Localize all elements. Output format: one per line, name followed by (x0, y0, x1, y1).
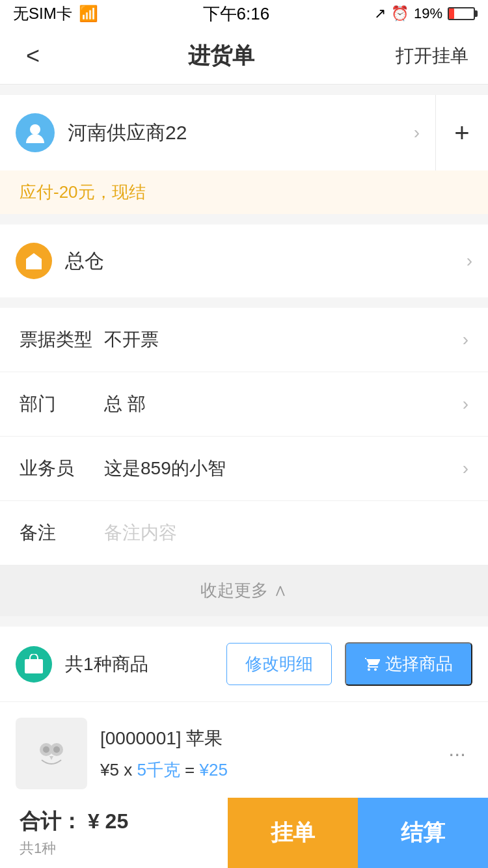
product-qty: 5千克 (137, 760, 180, 780)
svg-point-0 (30, 124, 40, 135)
checkout-button[interactable]: 结算 (358, 798, 488, 868)
back-button[interactable]: < (20, 36, 46, 76)
carrier-label: 无SIM卡 (13, 3, 72, 24)
form-section: 票据类型 不开票 › 部门 总 部 › 业务员 这是859的小智 › 备注 备注… (0, 308, 488, 565)
wifi-icon: 📶 (79, 5, 98, 23)
warehouse-chevron-icon: › (467, 251, 472, 271)
svg-marker-7 (49, 756, 53, 760)
select-product-label: 选择商品 (385, 653, 453, 675)
remark-placeholder[interactable]: 备注内容 (104, 521, 468, 545)
page-title: 进货单 (188, 41, 254, 71)
add-supplier-button[interactable]: + (436, 95, 488, 170)
product-item: [0000001] 苹果 ¥5 x 5千克 = ¥25 ··· (0, 701, 488, 805)
product-count-icon (16, 646, 52, 683)
salesperson-label: 业务员 (20, 456, 104, 481)
footer-bar: 合计： ¥ 25 共1种 挂单 结算 (0, 798, 488, 868)
status-time: 下午6:16 (203, 3, 270, 25)
chevron-right-icon: › (414, 122, 420, 143)
product-total: ¥25 (200, 760, 228, 780)
supplier-selector[interactable]: 河南供应商22 › (0, 95, 436, 170)
remark-row[interactable]: 备注 备注内容 (0, 501, 488, 565)
invoice-type-label: 票据类型 (20, 327, 104, 352)
department-row[interactable]: 部门 总 部 › (0, 372, 488, 437)
product-unit-price: ¥5 x (100, 760, 137, 780)
product-image (32, 734, 71, 773)
svg-point-6 (53, 746, 60, 753)
status-right: ↗ ⏰ 19% (374, 5, 475, 22)
warehouse-name: 总仓 (65, 248, 467, 275)
product-thumbnail (16, 718, 87, 789)
svg-point-5 (43, 746, 49, 753)
svg-rect-1 (31, 263, 37, 269)
remark-label: 备注 (20, 521, 104, 545)
edit-detail-button[interactable]: 修改明细 (226, 643, 332, 685)
select-product-button[interactable]: 选择商品 (345, 642, 472, 686)
product-name: [0000001] 苹果 (100, 726, 429, 751)
product-equals: = (185, 760, 199, 780)
hang-button[interactable]: 挂单 (228, 798, 358, 868)
department-label: 部门 (20, 392, 104, 416)
warehouse-icon (16, 243, 52, 279)
total-amount: ¥ 25 (88, 809, 128, 833)
collapse-bar[interactable]: 收起更多 ∧ (0, 565, 488, 616)
salesperson-row[interactable]: 业务员 这是859的小智 › (0, 437, 488, 501)
supplier-section: 河南供应商22 › + (0, 95, 488, 170)
warehouse-section[interactable]: 总仓 › (0, 224, 488, 297)
status-left: 无SIM卡 📶 (13, 3, 98, 24)
supplier-avatar (16, 113, 55, 152)
status-bar: 无SIM卡 📶 下午6:16 ↗ ⏰ 19% (0, 0, 488, 27)
product-count-text: 共1种商品 (65, 652, 213, 677)
footer-total-count: 共1种 (20, 839, 208, 858)
department-value: 总 部 (104, 392, 463, 416)
supplier-name: 河南供应商22 (68, 120, 414, 146)
department-chevron: › (463, 394, 468, 414)
total-label: 合计： (20, 809, 82, 833)
salesperson-chevron: › (463, 458, 468, 479)
invoice-type-value: 不开票 (104, 327, 463, 352)
footer-total-amount: 合计： ¥ 25 (20, 807, 208, 836)
footer-total: 合计： ¥ 25 共1种 (0, 807, 228, 858)
invoice-type-row[interactable]: 票据类型 不开票 › (0, 308, 488, 372)
alarm-icon: ⏰ (391, 5, 409, 22)
products-header: 共1种商品 修改明细 选择商品 (0, 627, 488, 701)
invoice-type-chevron: › (463, 329, 468, 350)
salesperson-value: 这是859的小智 (104, 456, 463, 481)
cart-icon (364, 657, 380, 672)
notice-bar: 应付-20元，现结 (0, 170, 488, 214)
battery-icon (448, 7, 475, 20)
product-price: ¥5 x 5千克 = ¥25 (100, 759, 429, 781)
battery-label: 19% (414, 5, 442, 22)
svg-rect-2 (25, 659, 43, 673)
open-hang-button[interactable]: 打开挂单 (396, 44, 468, 68)
product-more-button[interactable]: ··· (442, 735, 472, 772)
location-icon: ↗ (374, 5, 386, 22)
product-info: [0000001] 苹果 ¥5 x 5千克 = ¥25 (100, 726, 429, 781)
nav-bar: < 进货单 打开挂单 (0, 27, 488, 85)
